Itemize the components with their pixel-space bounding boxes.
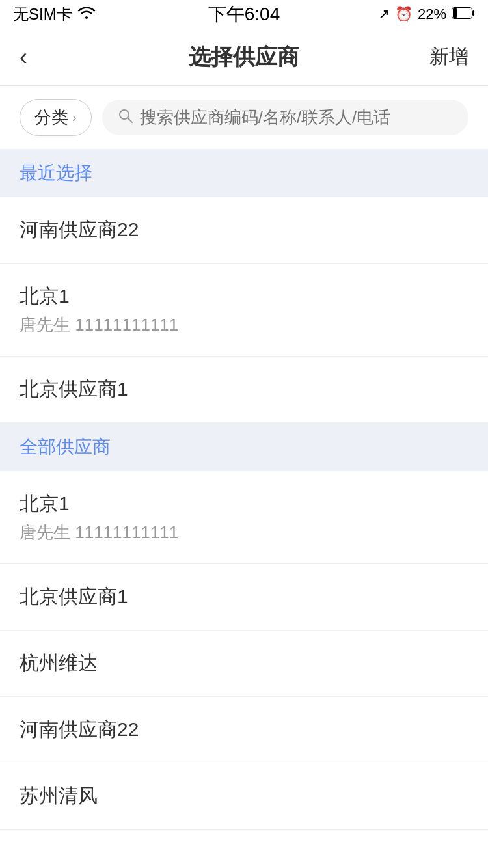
back-button[interactable]: ‹ [20, 44, 59, 71]
svg-rect-1 [453, 8, 457, 18]
item-name: 河南供应商22 [20, 716, 468, 743]
item-name: 河南供应商22 [20, 217, 468, 243]
list-item[interactable]: 河南供应商22 [0, 697, 488, 763]
item-name: 苏州清风 [20, 783, 468, 809]
item-name: 北京1 [20, 283, 468, 310]
status-bar-right: ↗ ⏰ 22% [378, 6, 475, 23]
list-item[interactable]: 北京1唐先生 11111111111 [0, 471, 488, 564]
battery-icon [452, 6, 475, 23]
search-input[interactable] [140, 107, 453, 128]
add-new-button[interactable]: 新增 [429, 44, 468, 70]
search-icon [118, 108, 133, 128]
wifi-icon [77, 5, 96, 23]
status-bar: 无SIM卡 下午6:04 ↗ ⏰ 22% [0, 0, 488, 29]
list-item[interactable]: 北京1唐先生 11111111111 [0, 264, 488, 357]
section-header-recent: 最近选择 [0, 149, 488, 197]
status-bar-left: 无SIM卡 [13, 4, 96, 25]
search-wrapper[interactable] [102, 100, 468, 135]
svg-line-4 [128, 118, 132, 122]
svg-rect-2 [472, 10, 474, 16]
item-name: 北京供应商1 [20, 584, 468, 610]
alarm-icon: ⏰ [395, 6, 413, 23]
list-item[interactable]: 河南供应商22 [0, 197, 488, 264]
nav-bar: ‹ 选择供应商 新增 [0, 29, 488, 86]
category-button[interactable]: 分类 › [20, 99, 92, 136]
item-name: 北京1 [20, 491, 468, 517]
item-contact: 唐先生 11111111111 [20, 521, 468, 544]
category-label: 分类 [34, 106, 68, 129]
chevron-right-icon: › [72, 110, 77, 125]
sim-status: 无SIM卡 [13, 4, 72, 25]
list-item[interactable]: 苏州清风 [0, 763, 488, 830]
item-name: 北京供应商1 [20, 376, 468, 403]
filter-bar: 分类 › [0, 86, 488, 149]
item-name: 杭州维达 [20, 650, 468, 677]
list-item[interactable]: 北京供应商1 [0, 357, 488, 423]
location-icon: ↗ [378, 6, 390, 23]
status-bar-time: 下午6:04 [208, 2, 280, 27]
list-item[interactable]: 杭州维达 [0, 631, 488, 697]
section-header-all: 全部供应商 [0, 423, 488, 471]
sections-container: 最近选择河南供应商22北京1唐先生 11111111111北京供应商1全部供应商… [0, 149, 488, 830]
item-contact: 唐先生 11111111111 [20, 314, 468, 336]
battery-level: 22% [418, 6, 446, 23]
list-item[interactable]: 北京供应商1 [0, 564, 488, 631]
page-title: 选择供应商 [189, 42, 299, 72]
